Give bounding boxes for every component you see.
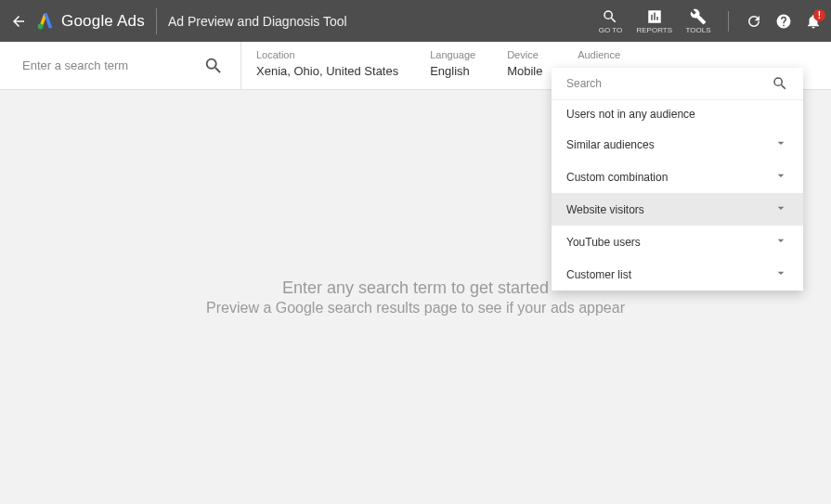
refresh-button[interactable] <box>746 13 762 30</box>
notifications-button[interactable]: ! <box>805 13 822 30</box>
audience-dropdown: Users not in any audienceSimilar audienc… <box>552 68 803 291</box>
search-icon[interactable] <box>772 75 788 92</box>
audience-search-row <box>552 68 803 100</box>
search-icon[interactable] <box>203 56 224 76</box>
audience-option[interactable]: Similar audiences <box>552 128 803 161</box>
audience-dropdown-list: Users not in any audienceSimilar audienc… <box>552 100 803 291</box>
chevron-down-icon <box>773 265 788 283</box>
header-divider <box>728 11 729 32</box>
filter-location[interactable]: Location Xenia, Ohio, United States <box>241 42 415 89</box>
audience-search-input[interactable] <box>566 77 772 90</box>
bar-chart-icon <box>646 8 663 25</box>
audience-option-label: Custom combination <box>566 171 668 184</box>
chevron-down-icon <box>773 168 788 186</box>
search-cell <box>0 42 241 89</box>
refresh-icon <box>746 13 762 30</box>
audience-option-label: Website visitors <box>566 203 644 216</box>
audience-option[interactable]: YouTube users <box>552 226 803 258</box>
chevron-down-icon <box>773 200 788 218</box>
tools-button[interactable]: TOOLS <box>685 8 711 34</box>
brand: Google Ads <box>35 8 157 34</box>
search-icon <box>602 8 618 25</box>
help-button[interactable] <box>775 13 792 30</box>
brand-text: Google Ads <box>61 12 145 31</box>
chevron-down-icon <box>773 136 788 153</box>
audience-option-label: Similar audiences <box>566 138 655 151</box>
notification-badge: ! <box>813 9 825 21</box>
google-ads-logo-icon <box>35 11 56 32</box>
audience-option[interactable]: Website visitors <box>552 193 803 226</box>
main-line2: Preview a Google search results page to … <box>0 300 831 317</box>
audience-option-label: Customer list <box>566 268 631 281</box>
audience-option[interactable]: Custom combination <box>552 161 803 193</box>
goto-button[interactable]: GO TO <box>597 8 623 34</box>
audience-option[interactable]: Users not in any audience <box>552 100 803 128</box>
page-title: Ad Preview and Diagnosis Tool <box>168 14 347 29</box>
wrench-icon <box>690 8 707 25</box>
svg-point-0 <box>38 23 44 29</box>
reports-button[interactable]: REPORTS <box>636 8 672 34</box>
audience-option-label: Users not in any audience <box>566 108 695 121</box>
help-icon <box>775 13 792 30</box>
filter-language[interactable]: Language English <box>415 42 492 89</box>
chevron-down-icon <box>773 233 788 251</box>
app-header: Google Ads Ad Preview and Diagnosis Tool… <box>0 0 831 42</box>
search-input[interactable] <box>22 58 203 72</box>
back-icon[interactable] <box>9 12 28 31</box>
audience-option-label: YouTube users <box>566 236 641 249</box>
header-tools: GO TO REPORTS TOOLS ! <box>597 8 822 34</box>
audience-option[interactable]: Customer list <box>552 258 803 291</box>
